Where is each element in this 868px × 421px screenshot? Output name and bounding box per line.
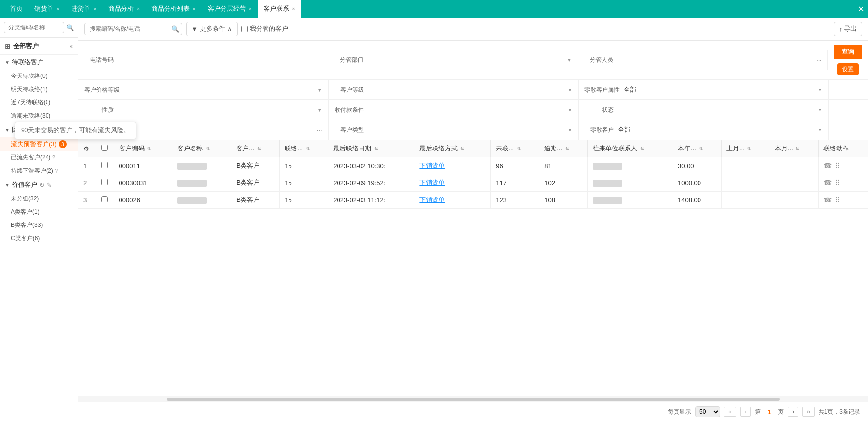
row-checkbox[interactable] xyxy=(96,157,114,174)
col-customer-name[interactable]: 客户名称 ⇅ xyxy=(172,140,231,157)
sort-this-year-icon: ⇅ xyxy=(699,146,703,151)
per-page-select[interactable]: 50 100 xyxy=(695,406,720,417)
last-contact-method-link[interactable]: 下销货单 xyxy=(419,162,445,169)
filter-customer-level-select[interactable]: ▼ xyxy=(368,87,573,93)
export-icon: ↑ xyxy=(839,25,843,33)
my-customers-checkbox-label[interactable]: 我分管的客户 xyxy=(241,25,288,33)
row-contact: 15 xyxy=(280,174,328,192)
nav-customer-contact-close[interactable]: × xyxy=(292,6,295,12)
col-this-month[interactable]: 本月... ⇅ xyxy=(770,140,818,157)
filter-status-select[interactable]: ▼ xyxy=(618,107,822,113)
sidebar-group-pending[interactable]: ▼ 待联络客户 xyxy=(0,55,78,70)
filter-dept-select[interactable]: ▼ xyxy=(367,57,572,63)
prev-page-button[interactable]: ‹ xyxy=(740,407,751,417)
action-contact-icon[interactable]: ☎ xyxy=(823,162,832,170)
row-checkbox[interactable] xyxy=(96,174,114,192)
sidebar-all-customers-header[interactable]: ⊞ 全部客户 « xyxy=(0,38,78,55)
nav-home[interactable]: 首页 xyxy=(4,0,28,18)
scrollbar-thumb[interactable] xyxy=(167,398,780,401)
export-button[interactable]: ↑ 导出 xyxy=(834,22,863,36)
toolbar: 🔍 ▼ 更多条件 ∧ 我分管的客户 ↑ 导出 xyxy=(78,18,868,41)
sidebar-item-today-contact[interactable]: 今天待联络(0) xyxy=(0,70,78,83)
next-page-button[interactable]: › xyxy=(788,407,798,417)
sidebar-item-churn-warning[interactable]: 流失预警客户(3) 3 xyxy=(0,137,78,151)
sidebar-search-input[interactable] xyxy=(4,22,64,33)
search-button[interactable]: 🔍 xyxy=(171,25,179,33)
filter-retail-attr-select[interactable]: 全部 ▼ xyxy=(624,85,822,94)
select-all-checkbox[interactable] xyxy=(101,145,108,151)
row-checkbox[interactable] xyxy=(96,192,114,209)
col-contact[interactable]: 联络... ⇅ xyxy=(280,140,328,157)
col-contact-person[interactable]: 往来单位联系人 ⇅ xyxy=(588,140,673,157)
filter-retail-attr: 零散客户属性 全部 ▼ xyxy=(579,80,829,99)
horizontal-scrollbar[interactable] xyxy=(78,396,868,402)
first-page-button[interactable]: « xyxy=(724,407,736,417)
col-not-contacted[interactable]: 未联... ⇅ xyxy=(491,140,539,157)
more-filter-button[interactable]: ▼ 更多条件 ∧ xyxy=(186,22,238,36)
filter-price-level-select[interactable]: ▼ xyxy=(123,87,322,93)
per-page-label: 每页显示 xyxy=(668,408,691,416)
filter-phone-input[interactable] xyxy=(118,57,322,64)
col-last-contact-date[interactable]: 最后联络日期 ⇅ xyxy=(328,140,414,157)
nav-product-analysis-list[interactable]: 商品分析列表 × xyxy=(145,0,201,18)
nav-purchase[interactable]: 进货单 × xyxy=(65,0,102,18)
nav-purchase-close[interactable]: × xyxy=(93,6,96,12)
filter-manager-dots[interactable]: ··· xyxy=(816,56,821,64)
filter-customer-type-select[interactable]: ▼ xyxy=(368,127,573,133)
col-last-month[interactable]: 上月... ⇅ xyxy=(721,140,770,157)
filter-nature-select[interactable]: ▼ xyxy=(118,107,322,113)
col-customer-code[interactable]: 客户编码 ⇅ xyxy=(114,140,172,157)
action-more-icon[interactable]: ⠿ xyxy=(835,179,840,187)
sidebar-item-overdue-contact[interactable]: 逾期未联络(30) xyxy=(0,109,78,123)
query-button[interactable]: 查询 xyxy=(834,45,862,59)
filter-region-dots[interactable]: ··· xyxy=(317,126,322,134)
value-group-edit[interactable]: ✎ xyxy=(47,181,52,189)
col-settings[interactable]: ⚙ xyxy=(78,140,96,157)
sidebar-item-tomorrow-contact[interactable]: 明天待联络(1) xyxy=(0,83,78,96)
col-checkbox-header[interactable] xyxy=(96,140,114,157)
filter-payment-select[interactable]: ▼ xyxy=(368,107,573,113)
nav-product-analysis-list-close[interactable]: × xyxy=(193,6,195,12)
sidebar-item-week-contact[interactable]: 近7天待联络(0) xyxy=(0,96,78,109)
action-more-icon[interactable]: ⠿ xyxy=(835,162,840,170)
sidebar-item-a-class[interactable]: A类客户(1) xyxy=(0,205,78,219)
nav-product-analysis[interactable]: 商品分析 × xyxy=(102,0,145,18)
sidebar-item-churned[interactable]: 已流失客户(24) ? xyxy=(0,151,78,164)
sidebar-group-value[interactable]: ▼ 价值客户 ↻ ✎ xyxy=(0,177,78,192)
last-page-button[interactable]: » xyxy=(802,407,815,417)
row-last-contact-date: 2023-03-02 10:30: xyxy=(328,157,414,174)
row-last-contact-method[interactable]: 下销货单 xyxy=(414,192,491,209)
nav-sales-close[interactable]: × xyxy=(56,6,59,12)
col-customer-type[interactable]: 客户... ⇅ xyxy=(231,140,280,157)
value-group-refresh[interactable]: ↻ xyxy=(39,181,45,189)
sidebar-search-icon[interactable]: 🔍 xyxy=(66,24,74,31)
col-overdue[interactable]: 逾期... ⇅ xyxy=(539,140,588,157)
action-more-icon[interactable]: ⠿ xyxy=(835,196,840,204)
last-contact-method-link[interactable]: 下销货单 xyxy=(419,179,445,186)
sidebar-collapse-btn[interactable]: « xyxy=(70,43,73,50)
settings-button[interactable]: 设置 xyxy=(837,63,859,75)
my-customers-checkbox[interactable] xyxy=(241,26,248,32)
sidebar-item-c-class[interactable]: C类客户(6) xyxy=(0,232,78,245)
nav-customer-tier-close[interactable]: × xyxy=(249,6,252,12)
nav-customer-contact[interactable]: 客户联系 × xyxy=(258,0,301,18)
filter-retail-customer-select[interactable]: 全部 ▼ xyxy=(618,125,822,134)
row-last-contact-method[interactable]: 下销货单 xyxy=(414,157,491,174)
filter-region-input[interactable] xyxy=(123,126,317,133)
last-contact-method-link[interactable]: 下销货单 xyxy=(419,196,445,203)
nav-sales[interactable]: 销货单 × xyxy=(28,0,65,18)
row-actions: ☎ ⠿ xyxy=(818,192,868,209)
nav-customer-tier[interactable]: 客户分层经营 × xyxy=(202,0,258,18)
sidebar-item-declining[interactable]: 持续下滑客户(2) ? xyxy=(0,164,78,177)
sidebar-item-b-class[interactable]: B类客户(33) xyxy=(0,219,78,232)
search-input[interactable] xyxy=(84,23,182,35)
nav-product-analysis-close[interactable]: × xyxy=(137,6,140,12)
action-contact-icon[interactable]: ☎ xyxy=(823,179,832,187)
row-last-contact-method[interactable]: 下销货单 xyxy=(414,174,491,192)
action-contact-icon[interactable]: ☎ xyxy=(823,196,832,204)
window-close-button[interactable]: ✕ xyxy=(858,4,864,14)
col-last-contact-method[interactable]: 最后联络方式 ⇅ xyxy=(414,140,491,157)
col-this-year[interactable]: 本年... ⇅ xyxy=(673,140,722,157)
sidebar-item-ungrouped[interactable]: 未分组(32) xyxy=(0,192,78,205)
sort-contact-icon: ⇅ xyxy=(306,146,310,151)
